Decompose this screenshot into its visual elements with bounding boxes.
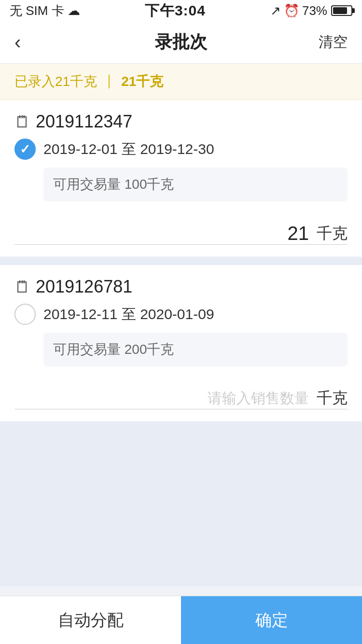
batch-1-date: 2019-12-01 至 2019-12-30 bbox=[43, 140, 214, 159]
batch-1-icon: 🗒 bbox=[14, 112, 31, 131]
info-banner: 已录入21千克 21千克 bbox=[0, 64, 362, 100]
battery-icon bbox=[331, 5, 352, 16]
batch-1-available: 可用交易量 100千克 bbox=[43, 168, 348, 201]
batch-1-unit: 千克 bbox=[317, 223, 348, 244]
batch-1-number: 2019112347 bbox=[36, 112, 132, 132]
status-bar: 无 SIM 卡 ☁ 下午3:04 ↗ ⏰ 73% bbox=[0, 0, 362, 21]
confirm-button[interactable]: 确定 bbox=[181, 596, 362, 644]
batch-card-1: 🗒 2019112347 2019-12-01 至 2019-12-30 可用交… bbox=[0, 100, 362, 256]
batch-2-header: 🗒 2019126781 bbox=[14, 277, 348, 297]
batch-2-number: 2019126781 bbox=[36, 277, 132, 297]
auto-assign-button[interactable]: 自动分配 bbox=[0, 596, 181, 644]
batch-2-icon: 🗒 bbox=[14, 278, 31, 296]
batch-1-quantity-value[interactable]: 21 bbox=[288, 223, 309, 244]
empty-area bbox=[0, 422, 362, 586]
batch-2-radio[interactable] bbox=[14, 304, 36, 325]
no-sim-label: 无 SIM 卡 ☁ bbox=[10, 2, 80, 19]
recorded-label: 已录入21千克 bbox=[14, 72, 97, 91]
page-title: 录批次 bbox=[155, 30, 207, 54]
battery-percent: 73% bbox=[302, 3, 327, 18]
nav-bar: ‹ 录批次 清空 bbox=[0, 21, 362, 64]
recorded-value: 21千克 bbox=[121, 72, 163, 91]
back-button[interactable]: ‹ bbox=[14, 31, 43, 53]
location-icon: ↗ bbox=[270, 3, 281, 18]
batch-2-unit: 千克 bbox=[317, 388, 348, 409]
batch-1-radio[interactable] bbox=[14, 139, 36, 160]
batch-2-date: 2019-12-11 至 2020-01-09 bbox=[43, 305, 214, 324]
status-left: 无 SIM 卡 ☁ bbox=[10, 2, 80, 19]
batch-card-2: 🗒 2019126781 2019-12-11 至 2020-01-09 可用交… bbox=[0, 265, 362, 421]
batch-2-quantity-row: 请输入销售数量 千克 bbox=[0, 378, 362, 409]
batch-1-date-row[interactable]: 2019-12-01 至 2019-12-30 bbox=[14, 139, 348, 160]
info-divider bbox=[109, 75, 110, 88]
bottom-bar: 自动分配 确定 bbox=[0, 596, 362, 644]
status-time: 下午3:04 bbox=[145, 1, 206, 21]
batch-1-quantity-row: 21 千克 bbox=[0, 213, 362, 244]
batch-2-available: 可用交易量 200千克 bbox=[43, 333, 348, 366]
clear-button[interactable]: 清空 bbox=[319, 32, 348, 52]
batch-2-input-placeholder[interactable]: 请输入销售数量 bbox=[14, 389, 309, 408]
status-right: ↗ ⏰ 73% bbox=[270, 3, 352, 18]
batch-1-header: 🗒 2019112347 bbox=[14, 112, 348, 132]
batch-2-date-row[interactable]: 2019-12-11 至 2020-01-09 bbox=[14, 304, 348, 325]
alarm-icon: ⏰ bbox=[284, 3, 299, 18]
section-separator bbox=[0, 257, 362, 265]
